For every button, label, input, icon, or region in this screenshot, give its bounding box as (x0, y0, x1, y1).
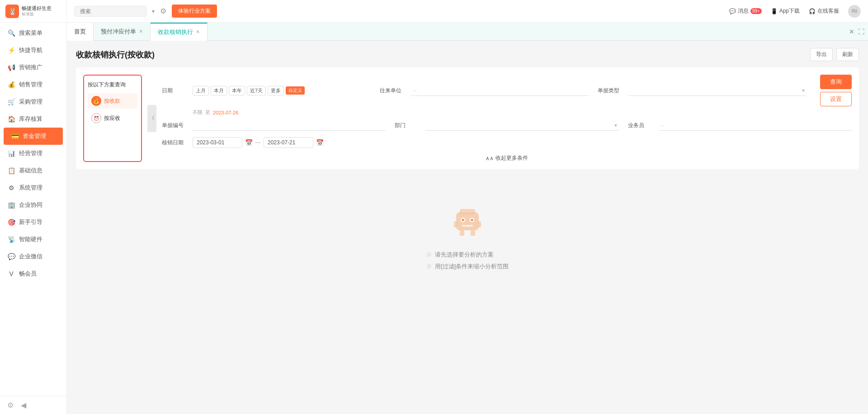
marketing-nav-icon: 📢 (7, 63, 15, 71)
verify-date-start-input[interactable] (193, 137, 242, 148)
filter-row-3: 核销日期 📅 — 📅 (162, 137, 852, 148)
date-btn-last-month[interactable]: 上月 (193, 86, 209, 95)
sales-nav-icon: 💰 (7, 81, 15, 89)
page-header: 收款核销执行(按收款) 导出 刷新 (76, 48, 859, 61)
sidebar-nav: 🔍 搜索菜单 ⚡ 快捷导航 📢 营销推广 💰 销售管理 🛒 采购管理 🏠 库存核… (0, 23, 66, 396)
settings-footer-icon[interactable]: ⚙ (7, 401, 14, 409)
sidebar-item-inventory[interactable]: 🏠 库存核算 (0, 110, 66, 128)
partner-value: ··· (412, 87, 417, 94)
partner-select[interactable]: ··· (410, 86, 589, 96)
staff-field: 业务员 ··· (628, 120, 852, 131)
service-icon: 🎧 (809, 8, 816, 14)
topbar-search-input[interactable] (74, 6, 146, 17)
date-to-label: 至 (205, 109, 210, 116)
inventory-nav-icon: 🏠 (7, 115, 15, 123)
system-nav-icon: ⚙ (7, 184, 15, 192)
doc-type-field: 单据类型 ▾ (598, 86, 807, 96)
logo-icon: 🐰 (5, 5, 19, 18)
sidebar-item-operation[interactable]: 📊 经营管理 (0, 145, 66, 162)
staff-select[interactable]: ··· (659, 120, 852, 131)
partner-label: 往来单位 (380, 87, 407, 95)
sidebar-item-label-operation: 经营管理 (19, 149, 42, 157)
sidebar-item-quick[interactable]: ⚡ 快捷导航 (0, 42, 66, 59)
purchase-nav-icon: 🛒 (7, 98, 15, 106)
filter-panel: 按以下方案查询 💰 按收款 ⏰ 按应收 《 日期 (76, 67, 859, 169)
finance-nav-icon: 💳 (11, 132, 19, 140)
sidebar-item-label-system: 系统管理 (19, 184, 42, 192)
topbar-chevron-icon[interactable]: ▾ (152, 8, 155, 14)
sidebar-item-newbie[interactable]: 🎯 新手引导 (0, 214, 66, 231)
collapse-more-icon: ∧∧ (486, 155, 494, 162)
filter-option-receivable-label: 按应收 (104, 114, 120, 122)
doc-type-label: 单据类型 (598, 87, 625, 95)
sidebar-item-sales[interactable]: 💰 销售管理 (0, 76, 66, 93)
svg-rect-8 (477, 221, 481, 228)
sidebar-item-marketing[interactable]: 📢 营销推广 (0, 59, 66, 76)
sidebar-item-label-member: 畅会员 (19, 270, 37, 278)
filter-row-2: 单据编号 部门 ▾ 业务员 ··· (162, 120, 852, 131)
sidebar-item-purchase[interactable]: 🛒 采购管理 (0, 93, 66, 110)
message-item[interactable]: 💬 消息 99+ (729, 7, 762, 15)
verify-date-end-input[interactable] (264, 137, 313, 148)
sidebar: 🐰 畅捷通好生意 标准版 🔍 搜索菜单 ⚡ 快捷导航 📢 营销推广 💰 销售管理… (0, 0, 67, 414)
doc-no-input[interactable] (193, 120, 386, 131)
dept-select[interactable]: ▾ (425, 120, 618, 131)
sidebar-item-enterprise[interactable]: 🏢 企业协同 (0, 196, 66, 214)
sidebar-item-search[interactable]: 🔍 搜索菜单 (0, 24, 66, 42)
sidebar-item-hardware[interactable]: 📡 智能硬件 (0, 231, 66, 248)
doc-type-select[interactable]: ▾ (628, 86, 807, 96)
staff-value: ··· (660, 122, 665, 128)
sidebar-item-system[interactable]: ⚙ 系统管理 (0, 179, 66, 196)
quick-nav-icon: ⚡ (7, 46, 15, 54)
date-custom-badge[interactable]: 自定义 (286, 86, 305, 95)
tab-expand-icon[interactable]: ⛶ (858, 28, 864, 35)
collapse-more-button[interactable]: ∧∧ 收起更多条件 (162, 154, 852, 162)
dept-dropdown-icon[interactable]: ▾ (614, 122, 617, 128)
settings-button[interactable]: 设置 (820, 92, 852, 106)
sidebar-item-finance[interactable]: 💳 资金管理 (4, 128, 63, 145)
tabbar-actions: ✕ ⛶ (849, 28, 868, 35)
date-btn-this-year[interactable]: 本年 (229, 86, 245, 95)
tab-home-label: 首页 (74, 28, 86, 36)
customer-service-item[interactable]: 🎧 在线客服 (809, 7, 839, 15)
svg-rect-7 (454, 221, 458, 228)
sidebar-item-label-quick: 快捷导航 (19, 46, 42, 54)
filter-option-by-receipt[interactable]: 💰 按收款 (88, 93, 137, 109)
main-area: ▾ ⚙ 体验行业方案 💬 消息 99+ 📱 App下载 🎧 在线客服 Rit (67, 0, 868, 414)
refresh-button[interactable]: 刷新 (836, 48, 859, 61)
app-download-item[interactable]: 📱 App下载 (771, 7, 800, 15)
sidebar-item-basic[interactable]: 📋 基础信息 (0, 162, 66, 179)
filter-collapse-button[interactable]: 《 (147, 105, 156, 132)
user-avatar: Rit (848, 5, 861, 18)
tab-home[interactable]: 首页 (67, 23, 94, 41)
empty-tip-1: ① 请先选择要分析的方案 (426, 249, 509, 261)
date-btn-7days[interactable]: 近7天 (247, 86, 266, 95)
empty-illustration (445, 196, 490, 242)
tab-collection-close-icon[interactable]: ✕ (196, 29, 200, 35)
tab-prepay-close-icon[interactable]: ✕ (139, 29, 143, 34)
filter-option-by-receivable[interactable]: ⏰ 按应收 (88, 110, 137, 126)
newbie-nav-icon: 🎯 (7, 218, 15, 226)
page-actions: 导出 刷新 (810, 48, 859, 61)
filter-row-1: 日期 上月 本月 本年 近7天 更多 自定义 往来单位 · (162, 75, 852, 106)
sidebar-item-member[interactable]: V 畅会员 (0, 265, 66, 282)
collapse-sidebar-icon[interactable]: ◀ (21, 401, 26, 409)
tab-prepay[interactable]: 预付冲应付单 ✕ (94, 23, 151, 41)
sidebar-item-label-search: 搜索菜单 (19, 29, 42, 37)
tab-close-all-icon[interactable]: ✕ (849, 28, 854, 35)
user-item[interactable]: Rit (848, 5, 861, 18)
verify-date-end-calendar-icon[interactable]: 📅 (316, 139, 324, 146)
member-nav-icon: V (7, 270, 15, 278)
industry-solution-button[interactable]: 体验行业方案 (172, 5, 217, 18)
date-btn-more[interactable]: 更多 (268, 86, 284, 95)
topbar-gear-icon[interactable]: ⚙ (160, 7, 166, 15)
query-button[interactable]: 查询 (820, 75, 852, 89)
verify-date-start-calendar-icon[interactable]: 📅 (245, 139, 253, 146)
sidebar-item-wechat[interactable]: 💬 企业微信 (0, 248, 66, 265)
enterprise-nav-icon: 🏢 (7, 201, 15, 209)
export-button[interactable]: 导出 (810, 48, 833, 61)
date-value: 2023-07-26 (213, 110, 238, 115)
date-btn-this-month[interactable]: 本月 (211, 86, 227, 95)
doc-type-dropdown-icon[interactable]: ▾ (802, 87, 805, 94)
tab-collection[interactable]: 收款核销执行 ✕ (151, 23, 208, 41)
